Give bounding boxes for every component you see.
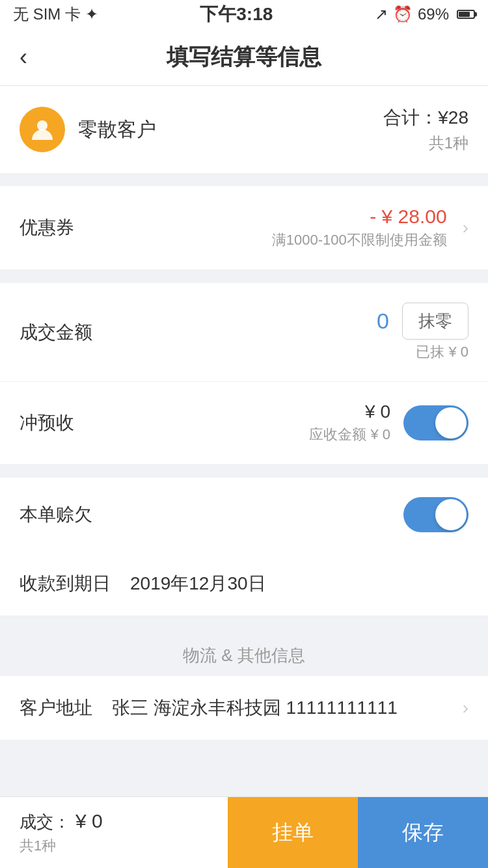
footer: 成交： ¥ 0 共1种 挂单 保存 xyxy=(0,796,488,868)
status-time: 下午3:18 xyxy=(200,2,273,27)
prepay-amounts: ¥ 0 应收金额 ¥ 0 xyxy=(309,401,390,444)
prepay-main: ¥ 0 xyxy=(309,401,390,422)
section-divider-2 xyxy=(0,270,488,283)
transaction-right: 0 抹零 已抹 ¥ 0 xyxy=(350,303,468,362)
address-row[interactable]: 客户地址 张三 海淀永丰科技园 11111111111 › xyxy=(0,676,488,740)
address-label: 客户地址 xyxy=(20,696,92,720)
footer-deal-amount: ¥ 0 xyxy=(75,810,103,832)
battery-icon xyxy=(457,10,475,19)
toggle-knob xyxy=(435,407,467,439)
transaction-value[interactable]: 0 xyxy=(350,308,389,334)
chevron-right-icon: › xyxy=(463,217,468,238)
section-divider-3 xyxy=(0,465,488,478)
prepay-toggle[interactable] xyxy=(403,405,468,441)
prepay-row: 冲预收 ¥ 0 应收金额 ¥ 0 xyxy=(0,382,488,465)
transaction-label: 成交金额 xyxy=(20,320,92,345)
svg-point-0 xyxy=(37,120,47,131)
coupon-amount: - ¥ 28.00 xyxy=(272,206,447,228)
nav-bar: ‹ 填写结算等信息 xyxy=(0,29,488,86)
page-title: 填写结算等信息 xyxy=(167,42,321,72)
customer-avatar xyxy=(20,107,65,152)
arrears-label: 本单赊欠 xyxy=(20,502,92,527)
coupon-label: 优惠券 xyxy=(20,215,74,240)
transaction-row: 成交金额 0 抹零 已抹 ¥ 0 xyxy=(0,283,488,382)
battery-label: 69% xyxy=(418,5,449,23)
customer-left: 零散客户 xyxy=(20,107,156,152)
section-divider-4 xyxy=(0,616,488,636)
due-date-row[interactable]: 收款到期日 2019年12月30日 xyxy=(0,552,488,616)
location-icon: ↗ xyxy=(375,5,388,23)
hold-button[interactable]: 挂单 xyxy=(228,797,358,869)
customer-count: 共1种 xyxy=(383,133,468,154)
coupon-desc: 满1000-100不限制使用金额 xyxy=(272,230,447,250)
arrears-toggle[interactable] xyxy=(403,497,468,532)
coupon-content: - ¥ 28.00 满1000-100不限制使用金额 xyxy=(272,206,447,250)
footer-deal-row: 成交： ¥ 0 xyxy=(20,810,208,834)
transaction-sub: 已抹 ¥ 0 xyxy=(416,342,468,362)
arrears-row: 本单赊欠 xyxy=(0,478,488,552)
coupon-right: - ¥ 28.00 满1000-100不限制使用金额 › xyxy=(272,206,468,250)
status-right: ↗ ⏰ 69% xyxy=(375,5,475,23)
logistics-label: 物流 & 其他信息 xyxy=(183,644,305,667)
status-left: 无 SIM 卡 ✦ xyxy=(13,4,98,25)
sim-label: 无 SIM 卡 ✦ xyxy=(13,4,98,25)
footer-info: 成交： ¥ 0 共1种 xyxy=(0,810,228,856)
round-button[interactable]: 抹零 xyxy=(402,303,468,340)
back-button[interactable]: ‹ xyxy=(20,44,27,71)
footer-count: 共1种 xyxy=(20,836,208,856)
address-value: 张三 海淀永丰科技园 11111111111 xyxy=(112,696,457,720)
prepay-right: ¥ 0 应收金额 ¥ 0 xyxy=(309,401,468,444)
status-bar: 无 SIM 卡 ✦ 下午3:18 ↗ ⏰ 69% xyxy=(0,0,488,29)
footer-deal-prefix: 成交： xyxy=(20,811,70,834)
save-button[interactable]: 保存 xyxy=(358,797,488,869)
address-chevron-icon: › xyxy=(463,698,468,718)
customer-row[interactable]: 零散客户 合计：¥28 共1种 xyxy=(0,86,488,173)
arrears-toggle-knob xyxy=(435,499,467,530)
prepay-sub: 应收金额 ¥ 0 xyxy=(309,425,390,444)
content-area: 零散客户 合计：¥28 共1种 优惠券 - ¥ 28.00 满1000-100不… xyxy=(0,86,488,868)
prepay-label: 冲预收 xyxy=(20,411,74,435)
customer-name: 零散客户 xyxy=(78,116,156,143)
transaction-input-area: 0 抹零 xyxy=(350,303,468,340)
alarm-icon: ⏰ xyxy=(393,5,413,23)
coupon-row[interactable]: 优惠券 - ¥ 28.00 满1000-100不限制使用金额 › xyxy=(0,186,488,270)
logistics-section-header: 物流 & 其他信息 xyxy=(0,636,488,675)
due-date-label: 收款到期日 xyxy=(20,571,111,596)
customer-summary: 合计：¥28 共1种 xyxy=(383,105,468,154)
due-date-value: 2019年12月30日 xyxy=(130,571,266,596)
customer-total: 合计：¥28 xyxy=(383,105,468,130)
section-divider-1 xyxy=(0,173,488,186)
